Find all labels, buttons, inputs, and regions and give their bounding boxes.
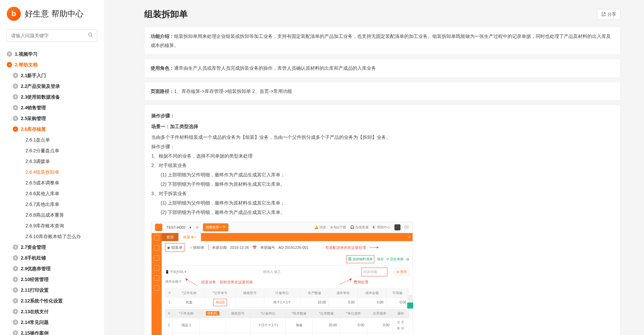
nav-2-11[interactable]: +2.11打印设置 bbox=[7, 285, 97, 295]
arrow-icon bbox=[339, 278, 353, 285]
nav-2-6-8[interactable]: 2.6.8商品成本重算 bbox=[7, 210, 97, 220]
steps-card: 操作步骤： 场景一：加工类型选择 当由多个子件材料组装成一个成品的业务为【组装】… bbox=[144, 105, 621, 335]
mock-screenshot: TEST-H002 ▾ ⚙ 我要推荐一下 🔔 消息 ⊕ App下载 🎧 在线客服… bbox=[151, 222, 413, 335]
step-2a: (1) 上部明细为父件明细，最终作为产成品生成其它入库单； bbox=[151, 170, 613, 179]
nav-2-6-10[interactable]: 2.6.10库存账本错了怎么办 bbox=[7, 231, 97, 242]
substeps-label: 操作步骤： bbox=[151, 142, 613, 151]
plus-icon: + bbox=[13, 116, 18, 121]
nav-2-6-5[interactable]: 2.6.5成本调整单 bbox=[7, 177, 97, 188]
intro-card: 功能介绍：组装拆卸单用来处理企业组装或拆卸等加工业务，支持有固定装配清单的产品加… bbox=[144, 27, 621, 55]
nav-2-6-3[interactable]: 2.6.3调拨单 bbox=[7, 156, 97, 167]
nav-2-6-7[interactable]: 2.6.7其他出库单 bbox=[7, 199, 97, 210]
nav-2-5[interactable]: +2.5采购管理 bbox=[7, 113, 97, 124]
close-icon: × bbox=[406, 233, 413, 241]
mock-radio-assemble: ◉ 组装单 bbox=[165, 243, 184, 252]
mock-svc: 🎧 在线客服 bbox=[350, 224, 369, 231]
nav-2-9[interactable]: +2.9优惠券管理 bbox=[7, 263, 97, 274]
mock-top-name: TEST-H002 bbox=[166, 224, 185, 231]
mock-anno-left: 组装业务、拆卸业务在这里切换 bbox=[201, 278, 253, 286]
intro-label: 功能介绍： bbox=[151, 34, 174, 39]
nav-2-6[interactable]: −2.6库存核算 bbox=[7, 124, 97, 134]
arrow-icon bbox=[369, 246, 379, 249]
mock-anno-1: 有装配清单的在这里处理 bbox=[325, 244, 366, 251]
mock-row2: 📱 手机扫码 ▾ 经办人 张三 到其他项 ⊞ 费用 bbox=[162, 266, 413, 278]
nav-2-6-4[interactable]: 2.6.4组装拆卸单 bbox=[7, 167, 97, 177]
nav-2-8[interactable]: +2.8手机旺铺 bbox=[7, 253, 97, 263]
nav-2-6-9[interactable]: 2.6.9库存账本查询 bbox=[7, 220, 97, 231]
minus-icon: − bbox=[7, 62, 12, 67]
mock-topbar: TEST-H002 ▾ ⚙ 我要推荐一下 🔔 消息 ⊕ App下载 🎧 在线客服… bbox=[152, 222, 413, 233]
mock-operator: 经办人 张三 bbox=[263, 269, 355, 275]
mock-app: ⊕ App下载 bbox=[330, 224, 346, 231]
site-title: 好生意 帮助中心 bbox=[25, 8, 84, 19]
nav: +1.视频学习 −2.帮助文档 +2.1新手入门 +2.2产品安装及登录 +2.… bbox=[7, 49, 97, 335]
search-box bbox=[7, 29, 97, 42]
step-2b: (2) 下部明细为子件明细，最终作为原材料生成其它出库单。 bbox=[151, 179, 613, 189]
svg-marker-3 bbox=[377, 246, 379, 248]
table-row: 1用品 1个(1个 = 1个)简装20.000.000.00查 看删 除 bbox=[165, 318, 409, 333]
logo-row: b 好生意 帮助中心 bbox=[7, 7, 97, 21]
path-label: 页面路径： bbox=[151, 89, 174, 94]
mock-toolbar: ◉ 组装单 ○ 拆卸单 单据日期 2019-12-26 📅 单据编号 AD-20… bbox=[162, 241, 413, 266]
nav-2-3[interactable]: +2.3使用前数据准备 bbox=[7, 92, 97, 102]
nav-2-4[interactable]: +2.4销售管理 bbox=[7, 102, 97, 113]
mock-fee-button: ⊞ 费用 bbox=[394, 268, 409, 276]
plus-icon: + bbox=[13, 309, 18, 314]
side-icon bbox=[154, 235, 159, 240]
mock-cost-label: 成本金额 0 bbox=[165, 278, 181, 285]
side-icon bbox=[154, 255, 159, 261]
nav-2-7[interactable]: +2.7资金管理 bbox=[7, 242, 97, 253]
plus-icon: + bbox=[7, 51, 12, 57]
step-1: 1、根据不同的业务，选择不同单据的类型来处理 bbox=[151, 151, 613, 161]
mock-radio-disassemble: ○ 拆卸单 bbox=[188, 243, 206, 252]
side-icon bbox=[154, 245, 159, 250]
step-3a: (1) 上部明细为父件明细，最终作为原材料生成其它出库单； bbox=[151, 198, 613, 208]
steps-label: 操作步骤： bbox=[151, 111, 613, 120]
mock-date: 2019-12-26 bbox=[230, 244, 249, 251]
sidebar: b 好生意 帮助中心 +1.视频学习 −2.帮助文档 +2.1新手入门 +2.2… bbox=[0, 0, 104, 335]
plus-icon: + bbox=[13, 330, 18, 335]
step-3b: (2) 下部明细为子件明细，最终作为产成品生成其它入库单。 bbox=[151, 208, 613, 217]
nav-2-6-2[interactable]: 2.6.2分量盘点单 bbox=[7, 145, 97, 156]
nav-2-1[interactable]: +2.1新手入门 bbox=[7, 70, 97, 81]
plus-icon: + bbox=[13, 105, 18, 110]
nav-2-12[interactable]: +2.12系统个性化设置 bbox=[7, 295, 97, 306]
svg-line-1 bbox=[91, 36, 93, 37]
svg-marker-5 bbox=[185, 278, 188, 281]
search-input[interactable] bbox=[7, 29, 97, 42]
nav-2-6-6[interactable]: 2.6.6其他入库单 bbox=[7, 188, 97, 199]
nav-docs[interactable]: −2.帮助文档 bbox=[7, 59, 97, 70]
plus-icon: + bbox=[13, 266, 18, 271]
path-card: 页面路径：1、库存核算->库存管理->组装拆卸单 2、首页->常用功能 bbox=[144, 82, 621, 101]
table-row: 2用品 1个(1个 = 1个)简装30.000.000.00查 看删 除 bbox=[165, 333, 409, 335]
nav-video[interactable]: +1.视频学习 bbox=[7, 49, 97, 59]
mock-anno-row: 成本金额 0 组装业务、拆卸业务在这里切换 费用处理 bbox=[162, 278, 413, 288]
mock-side-tools bbox=[407, 295, 413, 309]
search-icon[interactable] bbox=[88, 32, 93, 39]
nav-2-15[interactable]: +2.15操作案例 bbox=[7, 328, 97, 335]
plus-icon: + bbox=[13, 277, 18, 282]
nav-2-10[interactable]: +2.10经营管理 bbox=[7, 274, 97, 285]
plus-icon: + bbox=[13, 320, 18, 325]
more-icon: ▦ bbox=[406, 256, 409, 263]
nav-2-14[interactable]: +2.14常见问题 bbox=[7, 317, 97, 328]
share-icon bbox=[601, 12, 606, 16]
side-icon bbox=[154, 275, 159, 281]
mock-logo-icon bbox=[155, 224, 162, 231]
mock-recommend-button: 我要推荐一下 bbox=[203, 223, 228, 231]
mock-sidenav bbox=[152, 233, 162, 335]
intro-text: 组装拆卸单用来处理企业组装或拆卸等加工业务，支持有固定装配清单的产品加工业务，也… bbox=[151, 34, 611, 48]
nav-2-6-1[interactable]: 2.6.1盘点单 bbox=[7, 134, 97, 145]
scene-desc: 当由多个子件材料组装成一个成品的业务为【组装】业务，当由一个父件拆分成多个子产品… bbox=[151, 132, 613, 142]
calendar-icon: 📅 bbox=[252, 244, 257, 251]
side-icon bbox=[154, 285, 159, 291]
nav-2-13[interactable]: +2.13在线支付 bbox=[7, 306, 97, 317]
role-card: 使用角色：通常由生产人员或库管人员完成拆装业务的操作，库管人员确认原材料的出库和… bbox=[144, 59, 621, 78]
mock-tab-home: 首页 bbox=[162, 233, 178, 241]
mock-tabs: 首页 拆装单 × × bbox=[162, 233, 413, 241]
share-button[interactable]: 分享 bbox=[597, 9, 621, 20]
arrow-icon bbox=[184, 278, 198, 286]
nav-2-2[interactable]: +2.2产品安装及登录 bbox=[7, 81, 97, 92]
mock-other-input: 到其他项 bbox=[361, 268, 387, 276]
tool-icon bbox=[407, 295, 413, 301]
